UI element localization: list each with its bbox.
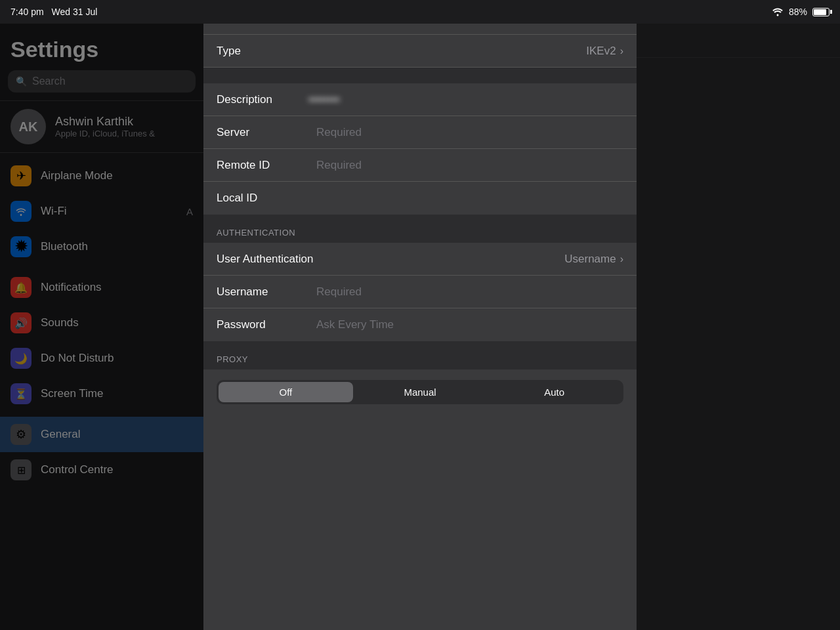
battery-icon <box>812 8 830 16</box>
type-chevron-icon: › <box>620 45 623 57</box>
proxy-option-off[interactable]: Off <box>219 382 353 402</box>
type-row[interactable]: Type IKEv2 › <box>203 35 637 68</box>
section-spacer-1 <box>203 68 637 83</box>
status-bar-right: 88% <box>772 7 830 17</box>
proxy-segment-control[interactable]: Off Manual Auto <box>217 380 623 404</box>
server-row[interactable]: Server Required <box>203 116 637 149</box>
time: 7:40 pm <box>10 7 44 17</box>
status-bar-left: 7:40 pm Wed 31 Jul <box>10 7 97 17</box>
userauth-value: Username <box>313 253 616 266</box>
proxy-option-auto[interactable]: Auto <box>487 382 621 402</box>
proxy-option-manual[interactable]: Manual <box>353 382 488 402</box>
remoteid-row[interactable]: Remote ID Required <box>203 149 637 182</box>
localid-label: Local ID <box>217 192 308 205</box>
description-row[interactable]: Description •••••••• <box>203 83 637 116</box>
vpn-modal: Cancel Done Type IKEv2 › Description •••… <box>203 0 637 630</box>
localid-row[interactable]: Local ID <box>203 182 637 215</box>
modal-body: Type IKEv2 › Description •••••••• Server… <box>203 35 637 630</box>
type-label: Type <box>217 45 308 58</box>
description-label: Description <box>217 93 308 106</box>
password-placeholder: Ask Every Time <box>308 318 623 331</box>
password-row[interactable]: Password Ask Every Time <box>203 308 637 341</box>
server-required: Required <box>308 126 623 139</box>
userauth-label: User Authentication <box>217 253 313 266</box>
description-value: •••••••• <box>308 93 340 106</box>
username-row[interactable]: Username Required <box>203 276 637 308</box>
auth-section-header: AUTHENTICATION <box>203 215 637 243</box>
status-bar: 7:40 pm Wed 31 Jul 88% <box>0 0 840 24</box>
bottom-padding <box>203 415 637 441</box>
userauth-row[interactable]: User Authentication Username › <box>203 243 637 276</box>
type-value: IKEv2 <box>308 45 616 58</box>
remoteid-label: Remote ID <box>217 159 308 172</box>
remoteid-required: Required <box>308 159 623 172</box>
username-required: Required <box>308 285 623 299</box>
server-label: Server <box>217 126 308 139</box>
userauth-chevron-icon: › <box>620 253 623 265</box>
battery-fill <box>814 9 826 15</box>
password-label: Password <box>217 318 308 331</box>
wifi-icon <box>772 7 784 16</box>
date: Wed 31 Jul <box>52 7 98 17</box>
proxy-section-header: PROXY <box>203 341 637 369</box>
username-label: Username <box>217 285 308 299</box>
battery-percent: 88% <box>789 7 807 17</box>
